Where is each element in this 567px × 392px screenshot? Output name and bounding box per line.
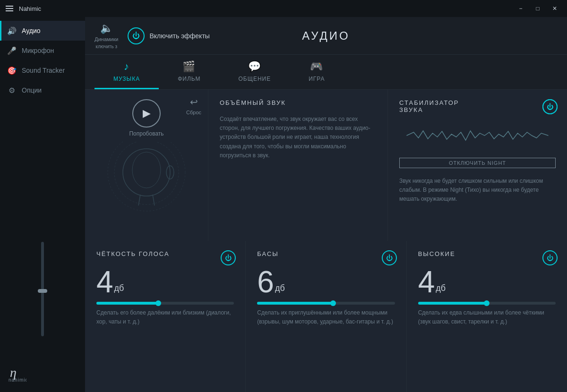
enable-effects-button[interactable]: ⏻ Включить эффекты: [128, 27, 209, 44]
speaker-icon: 🔈: [100, 22, 113, 34]
tab-film[interactable]: 🎬 ФИЛЬМ: [159, 55, 219, 89]
treble-value-display: 4 дб: [418, 267, 556, 297]
svg-point-3: [132, 152, 161, 188]
bass-value: 6: [257, 267, 274, 297]
clarity-power-button[interactable]: ⏻: [221, 250, 236, 265]
logo-mark: η nahimic: [8, 364, 26, 383]
surround-desc: Создаёт впечатление, что звук окружает в…: [220, 115, 376, 160]
top-bar: 🔈 Динамики ключить з ⏻ Включить эффекты …: [85, 17, 567, 55]
mic-icon: 🎤: [8, 46, 16, 55]
reset-icon: ↩: [190, 96, 198, 108]
volume-slider-thumb[interactable]: [38, 289, 47, 293]
game-tab-label: ИГРА: [309, 76, 325, 82]
stabilizer-title: СТАБИЛИЗАТОР ЗВУКА: [399, 99, 484, 113]
speaker-label: Динамики: [94, 36, 118, 42]
treble-value: 4: [418, 267, 435, 297]
minimize-button[interactable]: −: [514, 3, 527, 14]
title-bar-left: Nahimic: [6, 5, 41, 12]
title-bar: Nahimic − □ ✕: [0, 0, 567, 17]
sidebar-label-mic: Микрофон: [22, 47, 54, 54]
bass-slider-fill: [257, 302, 333, 305]
reset-label: Сброс: [186, 110, 201, 115]
bass-unit: дб: [275, 283, 285, 293]
bass-panel: БАСЫ ⏻ 6 дб Сделать их приглушёнными или…: [246, 241, 406, 392]
clarity-value-display: 4 дб: [96, 267, 234, 297]
svg-point-2: [123, 149, 170, 196]
treble-unit: дб: [436, 283, 446, 293]
tabs: ♪ МУЗЫКА 🎬 ФИЛЬМ 💬 ОБЩЕНИЕ 🎮 ИГРА: [85, 55, 567, 90]
chat-tab-label: ОБЩЕНИЕ: [238, 76, 271, 82]
clarity-title: ЧЁТКОСТЬ ГОЛОСА: [96, 250, 234, 257]
bass-value-display: 6 дб: [257, 267, 395, 297]
tab-game[interactable]: 🎮 ИГРА: [290, 55, 344, 89]
sidebar-item-audio[interactable]: 🔊 Аудио: [0, 21, 85, 41]
film-tab-icon: 🎬: [182, 60, 196, 73]
sidebar-item-mic[interactable]: 🎤 Микрофон: [0, 41, 85, 60]
stabilizer-panel: СТАБИЛИЗАТОР ЗВУКА ⏻ ОТКЛЮЧИТЬ NIGHT Зву…: [388, 90, 567, 241]
speaker-section[interactable]: 🔈 Динамики ключить з: [94, 22, 118, 49]
clarity-panel: ЧЁТКОСТЬ ГОЛОСА ⏻ 4 дб Сделать его более…: [85, 241, 245, 392]
app-title: Nahimic: [19, 5, 41, 12]
sidebar-label-options: Опции: [22, 86, 42, 94]
music-tab-label: МУЗЫКА: [113, 76, 140, 82]
try-label: Попробовать: [129, 130, 163, 137]
tab-music[interactable]: ♪ МУЗЫКА: [94, 55, 159, 89]
try-area: ▶ Попробовать: [129, 99, 163, 137]
main-layout: 🔊 Аудио 🎤 Микрофон 🎯 Sound Tracker ⚙ Опц…: [0, 17, 567, 392]
page-title: АУДИО: [302, 29, 350, 43]
surround-title: ОБЪЁМНЫЙ ЗВУК: [220, 99, 376, 106]
treble-desc: Сделать их едва слышными или более чётки…: [418, 308, 556, 326]
bass-desc: Сделать их приглушёнными или более мощны…: [257, 308, 395, 326]
bass-slider-thumb[interactable]: [330, 300, 336, 306]
audio-icon: 🔊: [8, 26, 16, 35]
close-button[interactable]: ✕: [548, 3, 561, 14]
volume-slider[interactable]: [41, 242, 44, 336]
clarity-desc: Сделать его более далёким или близким (д…: [96, 308, 234, 326]
surround-panel: ОБЪЁМНЫЙ ЗВУК ⏻ Создаёт впечатление, что…: [208, 90, 387, 241]
bass-title: БАСЫ: [257, 250, 395, 257]
clarity-slider[interactable]: [96, 302, 234, 305]
clarity-slider-thumb[interactable]: [155, 300, 161, 306]
try-button[interactable]: ▶: [132, 99, 161, 128]
sidebar-item-sound-tracker[interactable]: 🎯 Sound Tracker: [0, 60, 85, 80]
sidebar-label-audio: Аудио: [22, 27, 41, 34]
svg-text:nahimic: nahimic: [9, 377, 26, 383]
enable-effects-label: Включить эффекты: [149, 32, 209, 40]
power-circle-icon: ⏻: [128, 27, 145, 44]
maximize-button[interactable]: □: [531, 3, 544, 14]
sidebar: 🔊 Аудио 🎤 Микрофон 🎯 Sound Tracker ⚙ Опц…: [0, 17, 85, 392]
music-tab-icon: ♪: [124, 60, 129, 73]
chat-tab-icon: 💬: [248, 60, 261, 73]
sidebar-item-options[interactable]: ⚙ Опции: [0, 80, 85, 100]
treble-title: ВЫСОКИЕ: [418, 250, 556, 257]
sidebar-logo: η nahimic: [0, 354, 85, 392]
treble-panel: ВЫСОКИЕ ⏻ 4 дб Сделать их едва слышными …: [407, 241, 567, 392]
reset-button[interactable]: ↩ Сброс: [186, 96, 201, 115]
nahimic-logo-svg: η nahimic: [8, 364, 26, 383]
treble-slider-fill: [418, 302, 487, 305]
treble-slider-thumb[interactable]: [484, 300, 490, 306]
svg-point-7: [114, 142, 179, 205]
bottom-panels: ЧЁТКОСТЬ ГОЛОСА ⏻ 4 дб Сделать его более…: [85, 241, 567, 392]
clarity-value: 4: [96, 267, 113, 297]
treble-power-button[interactable]: ⏻: [542, 250, 558, 265]
sound-tracker-icon: 🎯: [8, 66, 16, 75]
content-area: 🔈 Динамики ключить з ⏻ Включить эффекты …: [85, 17, 567, 392]
options-icon: ⚙: [8, 86, 16, 94]
head-silhouette: [106, 142, 187, 222]
top-panels: ▶ Попробовать ↩: [85, 90, 567, 241]
tab-chat[interactable]: 💬 ОБЩЕНИЕ: [219, 55, 290, 89]
treble-slider[interactable]: [418, 302, 556, 305]
game-tab-icon: 🎮: [310, 60, 323, 73]
night-button[interactable]: ОТКЛЮЧИТЬ NIGHT: [399, 158, 556, 168]
waveform-display: [399, 124, 556, 147]
stabilizer-desc: Звук никогда не будет слишком сильным ил…: [399, 177, 556, 204]
sidebar-label-sound-tracker: Sound Tracker: [22, 67, 65, 74]
hamburger-menu[interactable]: [6, 6, 13, 11]
bass-power-button[interactable]: ⏻: [382, 250, 397, 265]
stabilizer-power-button[interactable]: ⏻: [542, 99, 558, 114]
clarity-slider-fill: [96, 302, 158, 305]
clarity-unit: дб: [114, 283, 124, 293]
bass-slider[interactable]: [257, 302, 395, 305]
head-panel: ▶ Попробовать ↩: [85, 90, 208, 241]
